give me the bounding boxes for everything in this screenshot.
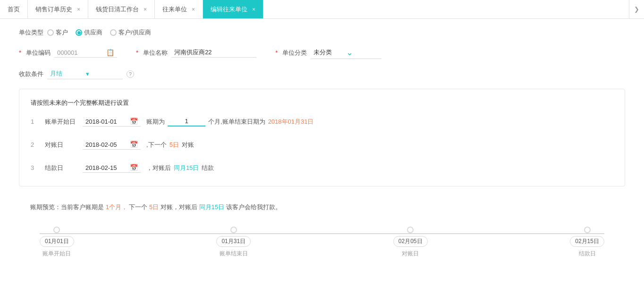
timeline-badge-4: 02月15日 bbox=[570, 236, 604, 247]
timeline: 01月01日 账单开始日 01月31日 账单结束日 02月05日 对账日 02月… bbox=[30, 227, 614, 258]
unit-type-row: 单位类型 客户 供应商 客户/供应商 bbox=[19, 28, 625, 37]
row-label-2: 对账日 bbox=[45, 141, 83, 149]
tab-cash-workbench[interactable]: 钱货日清工作台 × bbox=[88, 0, 155, 18]
radio-supplier-circle bbox=[76, 29, 82, 36]
radio-customer-circle bbox=[47, 29, 54, 36]
timeline-badge-1: 01月01日 bbox=[40, 236, 74, 247]
radio-both-circle bbox=[110, 29, 117, 36]
row-num-3: 3 bbox=[31, 164, 45, 171]
payment-terms-label: 收款条件 bbox=[19, 70, 43, 78]
payment-terms-value: 月结 bbox=[50, 69, 84, 78]
setting-row-2: 2 对账日 📅 ,下一个 5日 对账 bbox=[31, 140, 613, 150]
timeline-dot-4 bbox=[584, 227, 591, 233]
radio-both-label: 客户/供应商 bbox=[119, 28, 151, 37]
tab-cash-workbench-label: 钱货日清工作台 bbox=[96, 5, 139, 14]
unit-type-label: 单位类型 bbox=[19, 28, 43, 37]
payment-desc-wrap: ，对账后 同月15日 结款 bbox=[146, 164, 214, 172]
unit-code-input[interactable] bbox=[57, 49, 104, 56]
timeline-label-3: 对账日 bbox=[402, 250, 419, 258]
main-content: 单位类型 客户 供应商 客户/供应商 * 单位编码 bbox=[0, 19, 644, 287]
unit-category-star: * bbox=[275, 49, 278, 56]
timeline-badge-3: 02月05日 bbox=[393, 236, 428, 247]
preview-text: 账期预览：当前客户账期是 1个月， 下一个 5日 对账，对账后 同月15日 该客… bbox=[30, 202, 614, 212]
payment-terms-chevron: ▾ bbox=[86, 70, 120, 77]
radio-group: 客户 供应商 客户/供应商 bbox=[47, 28, 151, 37]
reconcile-desc-prefix: ,下一个 bbox=[146, 141, 167, 149]
tab-more-arrow[interactable]: ❯ bbox=[629, 0, 644, 18]
preview-section: 账期预览：当前客户账期是 1个月， 下一个 5日 对账，对账后 同月15日 该客… bbox=[19, 194, 625, 265]
timeline-dot-2 bbox=[230, 227, 237, 233]
timeline-badge-2: 01月31日 bbox=[216, 236, 251, 247]
reconcile-date-calendar-icon[interactable]: 📅 bbox=[130, 141, 138, 148]
unit-code-star: * bbox=[19, 49, 21, 56]
radio-both[interactable]: 客户/供应商 bbox=[110, 28, 151, 37]
row-label-1: 账单开始日 bbox=[45, 118, 83, 126]
row-num-2: 2 bbox=[31, 141, 45, 148]
reconcile-date-input[interactable] bbox=[85, 141, 128, 148]
period-input[interactable] bbox=[168, 117, 205, 127]
tab-cash-workbench-close[interactable]: × bbox=[144, 6, 147, 13]
preview-mid2: 对账，对账后 bbox=[161, 203, 197, 211]
tab-edit-partner-close[interactable]: × bbox=[252, 6, 255, 13]
unit-name-input[interactable] bbox=[171, 48, 256, 58]
settings-card: 请按照未来的一个完整帐期进行设置 1 账单开始日 📅 账期为 个月,账单结束日期… bbox=[19, 89, 625, 186]
payment-date-input[interactable] bbox=[85, 164, 128, 171]
start-date-calendar-icon[interactable]: 📅 bbox=[130, 118, 138, 125]
unit-category-label: 单位分类 bbox=[282, 49, 307, 57]
tab-home[interactable]: 首页 bbox=[0, 0, 28, 18]
unit-category-arrow: ⌄ bbox=[346, 47, 379, 58]
preview-mid1: 下一个 bbox=[129, 203, 147, 211]
tab-sales-history[interactable]: 销售订单历史 × bbox=[28, 0, 88, 18]
unit-code-input-wrap: 📋 bbox=[54, 48, 117, 58]
period-label2: 个月,账单结束日期为 bbox=[208, 118, 265, 126]
unit-code-icon[interactable]: 📋 bbox=[106, 49, 114, 56]
setting-row-3: 3 结款日 📅 ，对账后 同月15日 结款 bbox=[31, 163, 613, 173]
reconcile-highlight: 5日 bbox=[169, 141, 179, 149]
help-icon[interactable]: ? bbox=[127, 70, 134, 78]
timeline-points: 01月01日 账单开始日 01月31日 账单结束日 02月05日 对账日 02月… bbox=[40, 227, 604, 258]
timeline-label-1: 账单开始日 bbox=[42, 250, 71, 258]
payment-desc-suffix: 结款 bbox=[202, 164, 214, 172]
tab-sales-history-close[interactable]: × bbox=[77, 6, 80, 13]
unit-name-label: 单位名称 bbox=[143, 49, 168, 57]
tab-sales-history-label: 销售订单历史 bbox=[35, 5, 72, 14]
card-title: 请按照未来的一个完整帐期进行设置 bbox=[31, 99, 613, 107]
radio-supplier[interactable]: 供应商 bbox=[76, 28, 102, 37]
tab-partner-units-close[interactable]: × bbox=[192, 6, 195, 13]
unit-type-field: 单位类型 客户 供应商 客户/供应商 bbox=[19, 28, 151, 37]
unit-category-value: 未分类 bbox=[314, 48, 346, 57]
timeline-point-3: 02月05日 对账日 bbox=[393, 227, 428, 258]
unit-name-field: * 单位名称 bbox=[136, 48, 256, 58]
timeline-label-4: 结款日 bbox=[579, 250, 596, 258]
preview-highlight2: 5日 bbox=[149, 203, 159, 211]
radio-customer[interactable]: 客户 bbox=[47, 28, 68, 37]
payment-date-calendar-icon[interactable]: 📅 bbox=[130, 164, 138, 171]
payment-terms-row: 收款条件 月结 ▾ ? bbox=[19, 68, 625, 79]
payment-date-input-wrap: 📅 bbox=[83, 163, 141, 173]
payment-terms-field: 收款条件 月结 ▾ ? bbox=[19, 68, 134, 79]
setting-row-1: 1 账单开始日 📅 账期为 个月,账单结束日期为 2018年01月31日 bbox=[31, 117, 613, 127]
radio-supplier-label: 供应商 bbox=[84, 28, 102, 37]
tab-edit-partner-label: 编辑往来单位 bbox=[211, 5, 247, 14]
period-end-date: 2018年01月31日 bbox=[268, 118, 314, 126]
payment-terms-select[interactable]: 月结 ▾ bbox=[47, 68, 123, 79]
unit-code-label: 单位编码 bbox=[26, 49, 51, 57]
unit-name-star: * bbox=[136, 49, 138, 56]
start-date-input[interactable] bbox=[85, 118, 128, 125]
unit-info-row: * 单位编码 📋 * 单位名称 * 单位分类 未分类 ⌄ bbox=[19, 46, 625, 59]
reconcile-desc-suffix: 对账 bbox=[182, 141, 194, 149]
preview-prefix: 账期预览：当前客户账期是 bbox=[30, 203, 104, 211]
period-wrap: 账期为 个月,账单结束日期为 2018年01月31日 bbox=[146, 117, 314, 127]
timeline-dot-1 bbox=[53, 227, 60, 233]
tab-edit-partner[interactable]: 编辑往来单位 × bbox=[203, 0, 263, 18]
reconcile-desc-wrap: ,下一个 5日 对账 bbox=[146, 141, 194, 149]
payment-desc-prefix: ，对账后 bbox=[146, 164, 171, 172]
preview-highlight3: 同月15日 bbox=[199, 203, 224, 211]
tab-partner-units-label: 往来单位 bbox=[162, 5, 187, 14]
reconcile-date-input-wrap: 📅 bbox=[83, 140, 141, 150]
start-date-input-wrap: 📅 bbox=[83, 117, 141, 127]
unit-category-select[interactable]: 未分类 ⌄ bbox=[311, 46, 381, 59]
tab-partner-units[interactable]: 往来单位 × bbox=[155, 0, 203, 18]
radio-customer-label: 客户 bbox=[56, 28, 68, 37]
row-num-1: 1 bbox=[31, 118, 45, 125]
